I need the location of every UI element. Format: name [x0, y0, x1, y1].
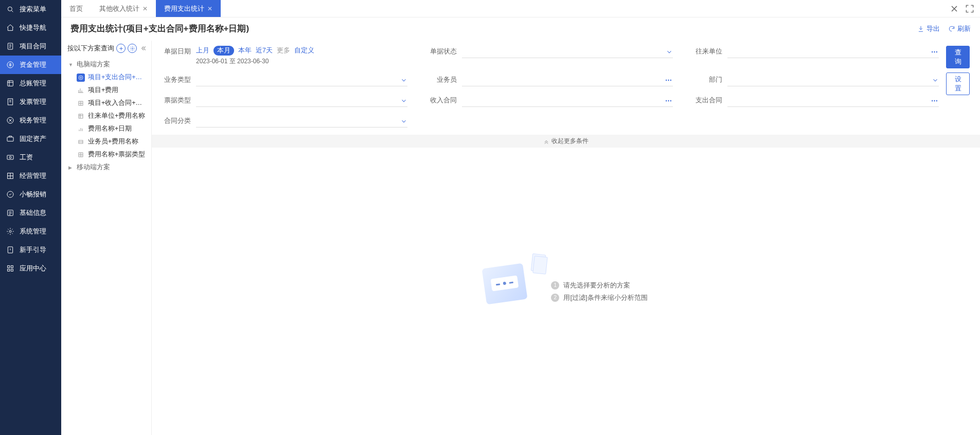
- scheme-item[interactable]: 费用名称+日期: [61, 122, 151, 135]
- info-icon: [6, 209, 14, 217]
- field-label: 单据状态: [428, 46, 457, 56]
- sidebar-item-system[interactable]: 系统管理: [0, 222, 61, 241]
- scheme-title: 按以下方案查询: [67, 44, 114, 53]
- empty-step-1: 1请先选择要分析的方案: [551, 281, 647, 290]
- sidebar-item-money[interactable]: 资金管理: [0, 56, 61, 74]
- sidebar-item-label: 搜索菜单: [20, 5, 46, 14]
- filter-field: 业务类型: [162, 74, 407, 86]
- grid2-icon: [77, 112, 85, 120]
- refresh-button[interactable]: 刷新: [948, 24, 971, 33]
- sidebar-item-tax[interactable]: 税务管理: [0, 111, 61, 130]
- date-opt[interactable]: 近7天: [256, 46, 273, 55]
- bar-icon: [77, 125, 85, 133]
- dropdown[interactable]: [727, 74, 939, 86]
- sidebar-item-biz[interactable]: 经营管理: [0, 167, 61, 185]
- scheme-item[interactable]: 项目+费用: [61, 84, 151, 97]
- picker-button[interactable]: ⋯: [727, 46, 939, 58]
- query-button[interactable]: 查询: [946, 46, 970, 68]
- date-opt[interactable]: 上月: [196, 46, 209, 55]
- sidebar-item-label: 小畅报销: [20, 190, 46, 199]
- date-opt[interactable]: 本年: [238, 46, 252, 55]
- target-icon: [77, 74, 85, 82]
- scheme-tree: ▼电脑端方案项目+支出合同+费用...项目+费用项目+收入合同+费用...往来单…: [61, 56, 151, 176]
- dropdown[interactable]: [462, 46, 673, 58]
- scheme-settings-button[interactable]: [128, 44, 137, 53]
- export-button[interactable]: 导出: [917, 24, 940, 33]
- picker-button[interactable]: ⋯: [462, 74, 673, 86]
- sidebar-item-salary[interactable]: 工资: [0, 148, 61, 167]
- date-opt[interactable]: 本月: [213, 46, 234, 56]
- svg-point-8: [9, 156, 11, 158]
- close-all-tabs-icon[interactable]: [949, 4, 959, 14]
- picker-button[interactable]: ⋯: [727, 95, 939, 107]
- dropdown[interactable]: [196, 115, 407, 128]
- scheme-item[interactable]: 项目+支出合同+费用...: [61, 71, 151, 84]
- sidebar-item-asset[interactable]: 固定资产: [0, 130, 61, 148]
- field-label: 业务员: [428, 74, 457, 84]
- svg-rect-15: [11, 266, 13, 268]
- page-title: 费用支出统计(项目+支出合同+费用名称+日期): [70, 23, 249, 34]
- close-tab-icon[interactable]: ✕: [207, 5, 212, 12]
- scheme-group[interactable]: ▼电脑端方案: [61, 58, 151, 71]
- tab-其他收入统计[interactable]: 其他收入统计✕: [91, 0, 156, 17]
- svg-rect-3: [8, 81, 13, 86]
- collapse-scheme-icon[interactable]: [139, 44, 147, 52]
- sidebar-item-label: 快捷导航: [20, 23, 46, 32]
- sidebar-item-contract[interactable]: 项目合同: [0, 37, 61, 56]
- field-label: 业务类型: [162, 74, 191, 84]
- caret-icon: ▶: [68, 165, 74, 170]
- sidebar-item-info[interactable]: 基础信息: [0, 204, 61, 222]
- svg-point-20: [80, 77, 82, 78]
- contract-icon: [6, 42, 14, 50]
- invoice-icon: [6, 98, 14, 106]
- picker-button[interactable]: ⋯: [462, 95, 673, 107]
- tax-icon: [6, 116, 14, 124]
- date-opt[interactable]: 更多: [277, 46, 290, 55]
- filter-field: 收入合同⋯: [428, 95, 673, 107]
- svg-point-18: [132, 48, 133, 49]
- sidebar-item-ledger[interactable]: 总账管理: [0, 74, 61, 93]
- sidebar-item-apps[interactable]: 应用中心: [0, 259, 61, 278]
- sidebar-item-label: 基础信息: [20, 208, 46, 218]
- sidebar-item-invoice[interactable]: 发票管理: [0, 93, 61, 111]
- field-label: 收入合同: [428, 95, 457, 105]
- svg-point-19: [79, 76, 83, 80]
- sidebar-item-label: 应用中心: [20, 264, 46, 273]
- dropdown[interactable]: [196, 95, 407, 107]
- system-icon: [6, 227, 14, 235]
- close-tab-icon[interactable]: ✕: [142, 5, 148, 12]
- sidebar-item-home[interactable]: 快捷导航: [0, 19, 61, 37]
- sidebar-item-label: 经营管理: [20, 171, 46, 180]
- scheme-item-label: 费用名称+日期: [88, 124, 132, 133]
- field-label: 往来单位: [693, 46, 722, 56]
- sidebar-item-label: 发票管理: [20, 97, 46, 106]
- add-scheme-button[interactable]: [116, 44, 126, 53]
- scheme-item[interactable]: 项目+收入合同+费用...: [61, 97, 151, 110]
- sidebar-item-search[interactable]: 搜索菜单: [0, 0, 61, 19]
- scheme-item[interactable]: 往来单位+费用名称: [61, 110, 151, 122]
- scheme-group[interactable]: ▶移动端方案: [61, 161, 151, 174]
- fold-bar[interactable]: 收起更多条件: [152, 135, 980, 148]
- tab-费用支出统计[interactable]: 费用支出统计✕: [156, 0, 221, 17]
- field-label: 合同分类: [162, 115, 191, 125]
- svg-point-0: [8, 7, 12, 11]
- sidebar-item-label: 新手引导: [20, 245, 46, 255]
- scheme-item[interactable]: 费用名称+票据类型: [61, 148, 151, 161]
- grid-icon: [77, 151, 85, 159]
- field-label: 票据类型: [162, 95, 191, 105]
- field-label: 支出合同: [693, 95, 722, 105]
- search-icon: [6, 5, 14, 13]
- tab-home[interactable]: 首页: [61, 0, 91, 17]
- sidebar-item-guide[interactable]: 新手引导: [0, 241, 61, 259]
- sidebar-item-reimburse[interactable]: 小畅报销: [0, 185, 61, 204]
- filter-actions: 查询 设置: [949, 41, 980, 135]
- fullscreen-icon[interactable]: [965, 4, 975, 14]
- scheme-item[interactable]: 业务员+费用名称: [61, 135, 151, 148]
- filter-field: 合同分类: [162, 115, 407, 128]
- date-opt[interactable]: 自定义: [294, 46, 314, 55]
- scheme-item-label: 业务员+费用名称: [88, 137, 138, 146]
- table-icon: [77, 138, 85, 146]
- chart-icon: [77, 86, 85, 95]
- dropdown[interactable]: [196, 74, 407, 86]
- settings-button[interactable]: 设置: [946, 72, 970, 95]
